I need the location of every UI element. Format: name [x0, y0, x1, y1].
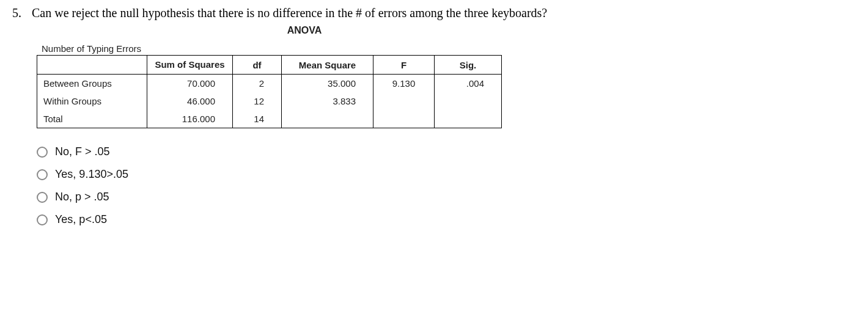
table-row-within: Within Groups 46.000 12 3.833: [37, 92, 502, 110]
cell-total-f: [373, 110, 435, 128]
header-df: df: [233, 56, 282, 75]
cell-between-sig: .004: [435, 75, 502, 93]
anova-subtitle: Number of Typing Errors: [42, 43, 856, 54]
anova-title: ANOVA: [42, 25, 567, 36]
option-b[interactable]: Yes, 9.130>.05: [37, 168, 856, 181]
radio-icon[interactable]: [37, 192, 48, 203]
cell-between-ms: 35.000: [282, 75, 373, 93]
cell-between-df: 2: [233, 75, 282, 93]
radio-icon[interactable]: [37, 147, 48, 158]
header-mean-square: Mean Square: [282, 56, 373, 75]
header-blank: [37, 56, 147, 75]
header-ss-text: Sum of Squares: [153, 59, 226, 70]
cell-total-sig: [435, 110, 502, 128]
question-row: 5. Can we reject the null hypothesis tha…: [12, 6, 856, 20]
answer-options: No, F > .05 Yes, 9.130>.05 No, p > .05 Y…: [37, 145, 856, 226]
option-a-label: No, F > .05: [55, 145, 110, 158]
cell-within-sig: [435, 92, 502, 110]
cell-total-ss: 116.000: [147, 110, 233, 128]
header-sig: Sig.: [435, 56, 502, 75]
cell-within-df: 12: [233, 92, 282, 110]
radio-icon[interactable]: [37, 214, 48, 225]
option-a[interactable]: No, F > .05: [37, 145, 856, 158]
table-header-row: Sum of Squares df Mean Square F Sig.: [37, 56, 502, 75]
cell-within-f: [373, 92, 435, 110]
row-label-within: Within Groups: [37, 92, 147, 110]
radio-icon[interactable]: [37, 169, 48, 180]
header-sum-of-squares: Sum of Squares: [147, 56, 233, 75]
cell-between-ss: 70.000: [147, 75, 233, 93]
row-label-total: Total: [37, 110, 147, 128]
option-c[interactable]: No, p > .05: [37, 191, 856, 203]
option-c-label: No, p > .05: [55, 191, 109, 203]
header-f: F: [373, 56, 435, 75]
question-number: 5.: [12, 6, 27, 20]
cell-within-ms: 3.833: [282, 92, 373, 110]
option-d[interactable]: Yes, p<.05: [37, 213, 856, 226]
anova-table: Sum of Squares df Mean Square F Sig. Bet…: [37, 55, 502, 128]
cell-total-df: 14: [233, 110, 282, 128]
cell-total-ms: [282, 110, 373, 128]
row-label-between: Between Groups: [37, 75, 147, 93]
option-d-label: Yes, p<.05: [55, 213, 107, 226]
table-row-between: Between Groups 70.000 2 35.000 9.130 .00…: [37, 75, 502, 93]
question-text: Can we reject the null hypothesis that t…: [32, 6, 547, 20]
option-b-label: Yes, 9.130>.05: [55, 168, 128, 181]
cell-within-ss: 46.000: [147, 92, 233, 110]
table-row-total: Total 116.000 14: [37, 110, 502, 128]
cell-between-f: 9.130: [373, 75, 435, 93]
